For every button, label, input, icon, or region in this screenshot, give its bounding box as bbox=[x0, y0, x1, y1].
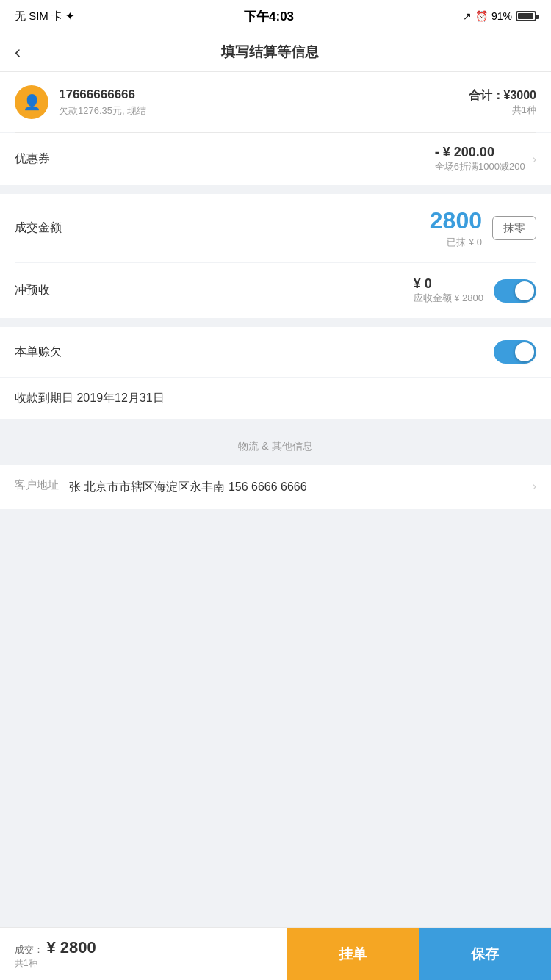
customer-debt: 欠款1276.35元, 现结 bbox=[59, 104, 146, 118]
bottom-summary-amount: ¥ 2800 bbox=[46, 938, 96, 956]
save-button[interactable]: 保存 bbox=[419, 928, 551, 980]
debt-section: 本单赊欠 bbox=[0, 327, 551, 377]
status-left: 无 SIM 卡 ✦ bbox=[15, 10, 75, 24]
due-date-text: 收款到期日 2019年12月31日 bbox=[15, 392, 165, 404]
logistics-line-right bbox=[323, 447, 536, 447]
section-gap-2 bbox=[0, 318, 551, 327]
bottom-summary-count: 共1种 bbox=[15, 957, 272, 970]
bottom-summary-label: 成交： bbox=[15, 944, 43, 955]
transaction-amount-right: 2800 已抹 ¥ 0 抹零 bbox=[430, 207, 536, 249]
total-amount: 合计：¥3000 bbox=[469, 88, 537, 104]
bottom-filler bbox=[0, 509, 551, 641]
logistics-line-left bbox=[15, 447, 228, 447]
customer-card: 👤 17666666666 欠款1276.35元, 现结 合计：¥3000 共1… bbox=[0, 72, 551, 132]
toggle-knob bbox=[515, 281, 534, 300]
back-button[interactable]: ‹ bbox=[15, 42, 21, 62]
coupon-label: 优惠券 bbox=[15, 151, 50, 167]
receivable-sub: 应收金额 ¥ 2800 bbox=[414, 292, 483, 305]
coupon-arrow-icon: › bbox=[533, 153, 536, 166]
transaction-rounded: 已抹 ¥ 0 bbox=[430, 236, 482, 249]
debt-toggle[interactable] bbox=[494, 340, 536, 364]
address-label: 客户地址 bbox=[15, 478, 59, 492]
customer-total: 合计：¥3000 共1种 bbox=[469, 88, 537, 117]
customer-details: 17666666666 欠款1276.35元, 现结 bbox=[59, 87, 146, 118]
battery-icon bbox=[516, 11, 536, 21]
round-button[interactable]: 抹零 bbox=[492, 216, 536, 240]
coupon-row[interactable]: 优惠券 - ¥ 200.00 全场6折满1000减200 › bbox=[0, 133, 551, 185]
customer-info-left: 👤 17666666666 欠款1276.35元, 现结 bbox=[15, 85, 146, 119]
total-count: 共1种 bbox=[469, 104, 537, 117]
transaction-amount-value: 2800 bbox=[430, 207, 482, 234]
logistics-divider: 物流 & 其他信息 bbox=[0, 428, 551, 465]
battery-percent: 91% bbox=[491, 10, 512, 22]
hang-button[interactable]: 挂单 bbox=[287, 928, 419, 980]
transaction-amount-label: 成交金额 bbox=[15, 220, 62, 236]
address-section[interactable]: 客户地址 张 北京市市辖区海淀区永丰南 156 6666 6666 › bbox=[0, 465, 551, 509]
coupon-discount: - ¥ 200.00 bbox=[435, 145, 525, 160]
address-arrow-icon: › bbox=[533, 480, 536, 493]
section-gap-3 bbox=[0, 419, 551, 428]
status-bar: 无 SIM 卡 ✦ 下午4:03 ↗ ⏰ 91% bbox=[0, 0, 551, 32]
status-time: 下午4:03 bbox=[244, 8, 294, 25]
bottom-summary: 成交： ¥ 2800 共1种 bbox=[0, 928, 287, 980]
coupon-right: - ¥ 200.00 全场6折满1000减200 › bbox=[435, 145, 536, 173]
section-gap-1 bbox=[0, 185, 551, 194]
prepaid-row: 冲预收 ¥ 0 应收金额 ¥ 2800 bbox=[15, 263, 536, 318]
bottom-summary-row: 成交： ¥ 2800 bbox=[15, 938, 272, 957]
debt-label: 本单赊欠 bbox=[15, 345, 62, 360]
avatar: 👤 bbox=[15, 85, 48, 119]
sim-label: 无 SIM 卡 ✦ bbox=[15, 10, 75, 24]
prepaid-amount: ¥ 0 bbox=[414, 276, 483, 292]
location-icon: ↗ bbox=[463, 10, 472, 22]
nav-bar: ‹ 填写结算等信息 bbox=[0, 32, 551, 72]
prepaid-right: ¥ 0 应收金额 ¥ 2800 bbox=[414, 276, 536, 305]
bottom-bar: 成交： ¥ 2800 共1种 挂单 保存 bbox=[0, 927, 551, 980]
customer-phone: 17666666666 bbox=[59, 87, 146, 102]
alarm-icon: ⏰ bbox=[475, 10, 488, 22]
coupon-desc: 全场6折满1000减200 bbox=[435, 160, 525, 173]
transaction-amount-row: 成交金额 2800 已抹 ¥ 0 抹零 bbox=[15, 194, 536, 263]
due-date-section: 收款到期日 2019年12月31日 bbox=[0, 377, 551, 419]
address-value: 张 北京市市辖区海淀区永丰南 156 6666 6666 bbox=[69, 478, 522, 496]
avatar-icon: 👤 bbox=[23, 93, 41, 111]
main-content: 👤 17666666666 欠款1276.35元, 现结 合计：¥3000 共1… bbox=[0, 72, 551, 641]
debt-toggle-knob bbox=[515, 342, 534, 361]
prepaid-toggle[interactable] bbox=[494, 279, 536, 303]
transaction-section: 成交金额 2800 已抹 ¥ 0 抹零 冲预收 ¥ 0 应收金额 ¥ 2800 bbox=[0, 194, 551, 318]
status-right: ↗ ⏰ 91% bbox=[463, 10, 536, 22]
logistics-label: 物流 & 其他信息 bbox=[238, 440, 312, 453]
prepaid-label: 冲预收 bbox=[15, 283, 50, 298]
page-title: 填写结算等信息 bbox=[35, 43, 504, 62]
